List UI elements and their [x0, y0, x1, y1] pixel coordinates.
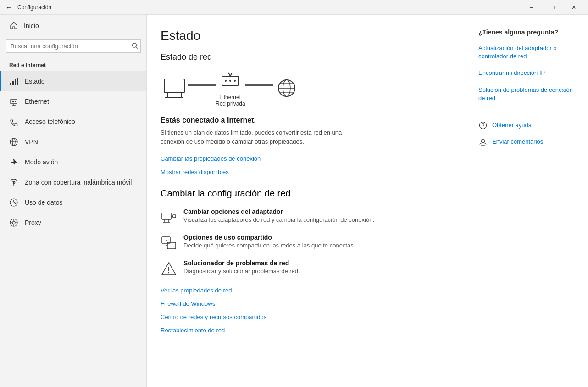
help-icon	[478, 121, 488, 130]
svg-line-32	[230, 73, 232, 76]
link-redes[interactable]: Mostrar redes disponibles	[161, 167, 229, 177]
connected-title: Estás conectado a Internet.	[161, 116, 450, 124]
estado-icon	[9, 77, 18, 86]
sidebar-item-proxy[interactable]: Proxy	[0, 213, 146, 233]
svg-point-53	[483, 127, 483, 128]
link-centro-redes[interactable]: Centro de redes y recursos compartidos	[161, 312, 266, 322]
uso-icon	[9, 198, 18, 207]
svg-point-28	[225, 80, 227, 82]
problemas-text: Solucionador de problemas de red Diagnos…	[183, 259, 300, 275]
svg-point-51	[168, 272, 169, 273]
right-link-adaptador[interactable]: Actualización del adaptador o controlado…	[478, 42, 579, 62]
svg-rect-9	[12, 101, 13, 102]
sidebar-label-proxy: Proxy	[25, 219, 41, 226]
adaptador-title[interactable]: Cambiar opciones del adaptador	[183, 208, 374, 215]
adaptador-desc: Visualiza los adaptadores de red y cambi…	[183, 216, 374, 223]
zona-icon	[9, 178, 18, 187]
right-panel-title: ¿Tienes alguna pregunta?	[478, 28, 579, 36]
sidebar-item-acceso[interactable]: Acceso telefónico	[0, 112, 146, 132]
home-label: Inicio	[24, 22, 39, 29]
sidebar-label-avion: Modo avión	[25, 158, 58, 166]
svg-rect-40	[173, 215, 176, 218]
right-link-ip[interactable]: Encontrar mi dirección IP	[478, 67, 545, 79]
sidebar-item-estado[interactable]: Estado	[0, 71, 146, 91]
maximize-button[interactable]: □	[542, 0, 563, 15]
sidebar-item-zona[interactable]: Zona con cobertura inalámbrica móvil	[0, 172, 146, 192]
net-item-compartido: Opciones de uso compartido Decide qué qu…	[161, 234, 450, 251]
svg-point-54	[481, 139, 485, 143]
app-body: Inicio Red e Internet Est	[0, 15, 588, 387]
svg-point-0	[133, 43, 137, 47]
connected-desc: Si tienes un plan de datos limitado, pue…	[161, 128, 344, 146]
sidebar-label-estado: Estado	[25, 78, 45, 85]
window-controls: – □ ✕	[521, 0, 584, 15]
link-propiedades[interactable]: Cambiar las propiedades de conexión	[161, 153, 261, 164]
sidebar-label-ethernet: Ethernet	[25, 98, 49, 105]
svg-point-29	[229, 80, 231, 82]
link-firewall[interactable]: Firewall de Windows	[161, 298, 215, 309]
sidebar-section-label: Red e Internet	[0, 57, 146, 71]
internet-icon	[273, 77, 300, 100]
svg-rect-11	[15, 101, 16, 102]
problemas-title[interactable]: Solucionador de problemas de red	[183, 259, 300, 267]
search-box	[6, 39, 141, 53]
title-bar: ← Configuración – □ ✕	[0, 0, 588, 15]
sidebar-item-vpn[interactable]: VPN	[0, 132, 146, 152]
line1	[188, 84, 216, 86]
svg-rect-5	[17, 78, 18, 85]
svg-rect-4	[15, 79, 16, 85]
adaptador-icon	[161, 209, 177, 225]
feedback-icon	[478, 137, 488, 146]
svg-rect-38	[162, 213, 171, 219]
sidebar-label-acceso: Acceso telefónico	[25, 118, 75, 125]
home-icon	[9, 21, 18, 30]
acceso-icon	[9, 117, 18, 126]
svg-rect-10	[13, 101, 14, 102]
compartido-title[interactable]: Opciones de uso compartido	[183, 234, 355, 241]
pc-icon	[161, 77, 188, 100]
network-diagram: Ethernet Red privada	[161, 69, 450, 107]
compartido-desc: Decide qué quieres compartir en las rede…	[183, 242, 355, 249]
sidebar-item-uso[interactable]: Uso de datos	[0, 192, 146, 213]
problemas-icon	[161, 260, 177, 277]
right-link-problemas[interactable]: Solución de problemas de conexión de red	[478, 84, 579, 104]
net-item-problemas: Solucionador de problemas de red Diagnos…	[161, 259, 450, 277]
right-panel-divider	[478, 112, 579, 112]
link-propiedades-red[interactable]: Ver las propiedades de red	[161, 285, 232, 296]
search-input[interactable]	[6, 39, 141, 53]
right-help-button[interactable]: Obtener ayuda	[492, 119, 532, 131]
problemas-desc: Diagnosticar y solucionar problemas de r…	[183, 268, 300, 275]
sidebar-label-uso: Uso de datos	[25, 199, 63, 206]
right-feedback-button[interactable]: Enviar comentarios	[492, 136, 543, 148]
sidebar-label-vpn: VPN	[25, 138, 38, 146]
ethernet-icon	[9, 97, 18, 106]
minimize-button[interactable]: –	[521, 0, 542, 15]
avion-icon	[9, 157, 18, 167]
svg-line-31	[228, 73, 230, 76]
adaptador-text: Cambiar opciones del adaptador Visualiza…	[183, 208, 374, 223]
search-icon-button[interactable]	[132, 42, 138, 50]
line2	[245, 84, 273, 86]
network-status-title: Estado de red	[161, 52, 450, 62]
link-restablecimiento[interactable]: Restablecimiento de red	[161, 325, 225, 336]
page-title: Estado	[161, 28, 450, 43]
sidebar-item-ethernet[interactable]: Ethernet	[0, 91, 146, 112]
svg-rect-23	[164, 79, 184, 93]
compartido-icon	[161, 235, 177, 251]
sidebar-item-avion[interactable]: Modo avión	[0, 152, 146, 172]
app-title: Configuración	[17, 4, 521, 11]
proxy-icon	[9, 218, 18, 227]
svg-point-18	[12, 221, 15, 224]
main-content: Estado Estado de red	[147, 15, 469, 387]
back-button[interactable]: ←	[4, 2, 14, 13]
right-help-item: Obtener ayuda	[478, 119, 579, 131]
router-icon: Ethernet Red privada	[216, 69, 245, 107]
sidebar: Inicio Red e Internet Est	[0, 15, 147, 387]
sidebar-home-item[interactable]: Inicio	[0, 15, 146, 37]
net-item-adaptador: Cambiar opciones del adaptador Visualiza…	[161, 208, 450, 225]
svg-line-1	[136, 47, 138, 49]
close-button[interactable]: ✕	[563, 0, 584, 15]
sidebar-label-zona: Zona con cobertura inalámbrica móvil	[25, 179, 132, 186]
right-panel: ¿Tienes alguna pregunta? Actualización d…	[469, 15, 588, 387]
svg-point-30	[234, 80, 236, 82]
